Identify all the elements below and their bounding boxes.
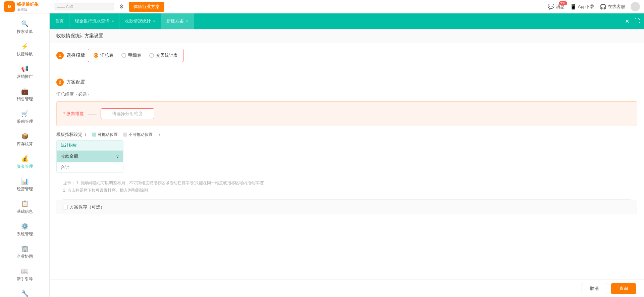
tips-area: 提示： 1. 拖动标题栏可以调整布局，不可跨维度或指标区域拖动栏目字段(只能在同… <box>56 174 637 199</box>
radio-crosstab[interactable]: 交叉统计表 <box>149 52 178 58</box>
tip1: 提示： 1. 拖动标题栏可以调整布局，不可跨维度或指标区域拖动栏目字段(只能在同… <box>63 179 631 187</box>
step1-title: 选择模板 <box>66 52 85 58</box>
tab-close-btn[interactable]: ✕ <box>624 17 631 26</box>
finance-icon: 💰 <box>21 155 29 162</box>
sidebar-item-hardware[interactable]: 🔧 智能硬件 <box>0 286 49 297</box>
tab-bank-query[interactable]: 现金银行流水查询 × <box>69 13 119 29</box>
dimension-subtitle: 汇总维度（必选） <box>56 91 637 97</box>
cancel-button[interactable]: 取消 <box>582 283 607 294</box>
sidebar-item-system[interactable]: ⚙️ 系统管理 <box>0 218 49 241</box>
sidebar-item-purchase[interactable]: 🛒 采购管理 <box>0 106 49 129</box>
sidebar-item-label: 系统管理 <box>17 231 33 237</box>
tab-home-label: 首页 <box>55 18 64 24</box>
logo-text: 畅捷通好生 <box>17 1 39 7</box>
sidebar-item-label: 快捷导航 <box>17 51 33 57</box>
marketing-icon: 📢 <box>21 65 29 72</box>
template-options: 汇总表 明细表 交叉统计表 <box>88 49 183 62</box>
arrow-icon: —— <box>88 111 97 116</box>
non-draggable-label: 不可拖动位置 <box>128 132 153 138</box>
page-header: 收款情况统计方案设置 <box>50 29 644 43</box>
sidebar-item-label: 库存核算 <box>17 141 33 147</box>
radio-detail-circle[interactable] <box>121 53 126 58</box>
sidebar-item-search[interactable]: 🔍 搜索菜单 <box>0 16 49 39</box>
save-plan-label: 方案保存（可选） <box>70 204 105 210</box>
sidebar-item-label: 新手引导 <box>17 276 33 282</box>
tab-new-plan-close[interactable]: × <box>186 19 188 23</box>
tab-actions: ✕ ⛶ <box>624 13 644 29</box>
metrics-item-label: 收款金额 <box>61 153 78 159</box>
service-label: 在线客服 <box>608 4 625 10</box>
sidebar-item-enterprise[interactable]: 🏢 企业协同 <box>0 241 49 263</box>
sidebar-item-label: 基础信息 <box>17 209 33 214</box>
tip2: 2. 点击标题栏下拉可设置排序、插入列和删除列 <box>63 187 631 194</box>
draggable-label: 可拖动位置 <box>98 132 118 138</box>
service-btn[interactable]: 🎧 在线客服 <box>600 3 625 10</box>
top-right: 💬 消息 99+ 📱 App下载 🎧 在线客服 <box>548 2 640 11</box>
user-avatar[interactable] <box>631 2 640 11</box>
tab-expand-btn[interactable]: ⛶ <box>633 17 641 26</box>
sidebar-item-management[interactable]: 📊 经营管理 <box>0 174 49 196</box>
sidebar-item-marketing[interactable]: 📢 营销推广 <box>0 61 49 84</box>
system-icon: ⚙️ <box>21 222 29 230</box>
draggable-hint: 可拖动位置 <box>92 132 118 138</box>
checkbox-box[interactable] <box>63 205 68 209</box>
radio-detail[interactable]: 明细表 <box>121 52 141 58</box>
guide-icon: 📖 <box>21 267 29 275</box>
metrics-section: 模板指标设定（ 可拖动位置 不可拖动位置 ） 统计指标 <box>56 132 637 174</box>
top-bar: 畅 畅捷通好生 标准版 ▬▬ CaR ⚙ 体验行业方案 💬 消息 99+ 📱 A… <box>0 0 644 13</box>
download-btn[interactable]: 📱 App下载 <box>570 3 594 10</box>
download-label: App下载 <box>578 4 594 10</box>
query-button[interactable]: 查询 <box>611 283 636 294</box>
tab-receivables[interactable]: 收款情况统计 × <box>119 13 161 29</box>
management-icon: 📊 <box>21 178 29 185</box>
tab-home[interactable]: 首页 <box>50 13 69 29</box>
main-layout: 🔍 搜索菜单 ⚡ 快捷导航 📢 营销推广 💼 销售管理 🛒 采购管理 📦 库存核… <box>0 13 644 297</box>
sidebar-item-label: 销售管理 <box>17 96 33 102</box>
enterprise-icon: 🏢 <box>21 245 29 252</box>
non-draggable-hint: 不可拖动位置 <box>123 132 153 138</box>
page-content: 收款情况统计方案设置 1 选择模板 汇总表 明细表 <box>50 29 644 280</box>
radio-summary-circle[interactable] <box>94 53 98 58</box>
trial-button[interactable]: 体验行业方案 <box>129 2 164 12</box>
sidebar-item-sales[interactable]: 💼 销售管理 <box>0 84 49 106</box>
dimension-select-btn[interactable]: 请选择分组维度 <box>101 108 154 119</box>
dimension-area: * 纵向维度 —— 请选择分组维度 <box>56 101 637 126</box>
tab-bank-query-close[interactable]: × <box>112 19 114 23</box>
sidebar-item-finance[interactable]: 💰 资金管理 <box>0 151 49 174</box>
search-icon: 🔍 <box>21 20 29 28</box>
save-plan-checkbox[interactable]: 方案保存（可选） <box>63 204 105 210</box>
draggable-dot <box>92 133 96 137</box>
sidebar-item-inventory[interactable]: 📦 库存核算 <box>0 129 49 151</box>
radio-summary[interactable]: 汇总表 <box>94 52 113 58</box>
logo-icon: 畅 <box>4 1 15 12</box>
step1-section: 1 选择模板 汇总表 明细表 <box>50 43 644 73</box>
metrics-chevron-icon[interactable]: ∨ <box>116 154 119 159</box>
message-btn[interactable]: 💬 消息 99+ <box>548 3 565 10</box>
radio-crosstab-label: 交叉统计表 <box>156 52 178 58</box>
tab-bar: 首页 现金银行流水查询 × 收款情况统计 × 新建方案 × ✕ ⛶ <box>50 13 644 29</box>
radio-crosstab-circle[interactable] <box>149 53 154 58</box>
vertical-dim-label: * 纵向维度 <box>63 111 84 117</box>
metrics-total: 合计 <box>57 162 123 172</box>
quicknav-icon: ⚡ <box>21 43 29 50</box>
radio-detail-label: 明细表 <box>128 52 141 58</box>
sidebar-item-basic[interactable]: 📋 基础信息 <box>0 196 49 218</box>
sidebar-item-label: 经营管理 <box>17 186 33 192</box>
page-footer: 方案保存（可选） <box>56 200 637 214</box>
tab-receivables-label: 收款情况统计 <box>125 18 151 24</box>
sidebar-item-label: 搜索菜单 <box>17 29 33 35</box>
step2-label-row: 2 方案配置 <box>56 79 637 86</box>
tab-new-plan[interactable]: 新建方案 × <box>161 13 194 29</box>
message-badge: 99+ <box>559 1 567 5</box>
step1-num: 1 <box>56 52 64 59</box>
content-area: 首页 现金银行流水查询 × 收款情况统计 × 新建方案 × ✕ ⛶ <box>50 13 644 297</box>
sidebar-item-quicknav[interactable]: ⚡ 快捷导航 <box>0 39 49 61</box>
sidebar-item-guide[interactable]: 📖 新手引导 <box>0 263 49 286</box>
metrics-table-header: 统计指标 <box>57 141 123 150</box>
step2-title: 方案配置 <box>66 79 85 85</box>
tab-receivables-close[interactable]: × <box>153 19 155 23</box>
metrics-item-receivable[interactable]: 收款金额 ∨ <box>57 150 123 162</box>
gear-button[interactable]: ⚙ <box>117 2 126 11</box>
dimension-row: * 纵向维度 —— 请选择分组维度 <box>63 108 630 119</box>
purchase-icon: 🛒 <box>21 110 29 117</box>
